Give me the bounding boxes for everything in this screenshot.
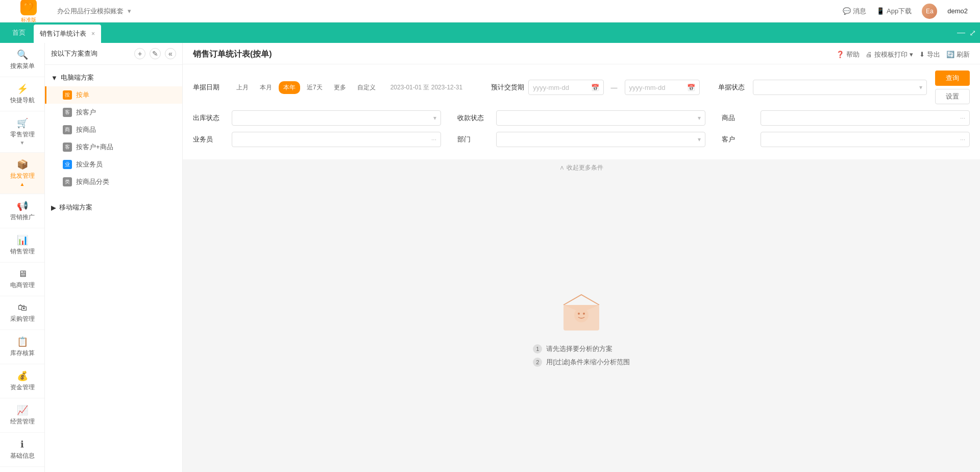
export-label: 导出 [927,50,940,59]
logo-area: 🧡 标准版 [6,0,51,23]
by-product-icon: 商 [63,125,72,134]
operation-icon: 📈 [0,405,44,416]
step-num-2: 2 [533,358,542,367]
print-dropdown-icon: ▾ [910,51,913,58]
sidebar-item-sales[interactable]: 📊 销售管理 [0,228,44,263]
ship-status-dropdown-icon: ▾ [433,114,436,122]
ecommerce-icon: 🖥 [0,269,44,279]
logo-icon: 🧡 [20,0,37,15]
collapse-bar[interactable]: ∧ 收起更多条件 [183,159,980,176]
scheme-item-label-by-order: 按单 [76,90,89,100]
by-customer-icon: 客 [63,108,72,117]
scheme-item-by-order[interactable]: 按 按单 [45,86,182,104]
template-print-label: 按模板打印 [874,50,908,59]
date-tab-last-7days[interactable]: 近7天 [302,81,327,94]
scheme-item-by-salesperson[interactable]: 业 按业务员 [45,156,182,173]
marketing-icon: 📢 [0,200,44,211]
wholesale-icon: 📦 [0,159,44,170]
help-btn[interactable]: ❓ 帮助 [836,50,860,59]
sidebar-item-ecommerce[interactable]: 🖥 电商管理 [0,263,44,296]
print-icon: 🖨 [866,51,872,58]
tab-home[interactable]: 首页 [4,22,34,43]
expected-date-start[interactable]: yyyy-mm-dd 📅 [528,80,603,95]
date-tab-this-month[interactable]: 本月 [255,81,277,94]
salesperson-more-icon: ··· [431,136,436,143]
edit-scheme-btn[interactable]: ✎ [150,48,161,59]
left-panel-header: 按以下方案查询 + ✎ « [45,43,182,65]
sidebar-label-finance: 资金管理 [0,383,44,392]
customer-select[interactable]: ··· [761,132,970,147]
sidebar-item-finance[interactable]: 💰 资金管理 [0,364,44,398]
refresh-btn[interactable]: 🔄 刷新 [946,50,970,59]
sidebar-item-purchase[interactable]: 🛍 采购管理 [0,296,44,330]
collapse-icon: ∧ [559,164,566,171]
product-select[interactable]: ··· [761,110,970,126]
status-select[interactable]: ▾ [753,80,927,95]
sidebar-item-inventory[interactable]: 📋 库存核算 [0,330,44,364]
date-tab-last-month[interactable]: 上月 [232,81,253,94]
dropdown-icon[interactable]: ▾ [128,7,131,15]
department-dropdown-icon: ▾ [698,136,701,143]
inventory-icon: 📋 [0,336,44,347]
sidebar-item-search-menu[interactable]: 🔍 搜索菜单 [0,43,44,77]
expected-date-start-placeholder: yyyy-mm-dd [533,84,591,91]
setting-btn[interactable]: 设置 [935,89,970,104]
sidebar-item-operation[interactable]: 📈 经营管理 [0,398,44,433]
pc-scheme-category[interactable]: ▼ 电脑端方案 [45,69,182,86]
export-btn[interactable]: ⬇ 导出 [919,50,940,59]
purchase-icon: 🛍 [0,302,44,313]
receipt-status-select[interactable]: ▾ [496,110,705,126]
sidebar-label-inventory: 库存核算 [0,349,44,358]
salesperson-select[interactable]: ··· [232,132,441,147]
scheme-item-label-by-customer-product: 按客户+商品 [76,143,113,152]
avatar[interactable]: Ea [922,4,937,19]
sidebar-item-basic-info[interactable]: ℹ 基础信息 [0,433,44,467]
customer-more-icon: ··· [960,136,965,143]
sales-icon: 📊 [0,234,44,246]
mobile-scheme-category[interactable]: ▶ 移动端方案 [45,199,182,216]
scheme-item-label-by-customer: 按客户 [76,108,96,117]
sidebar-item-quick-nav[interactable]: ⚡ 快捷导航 [0,77,44,111]
collapse-panel-btn[interactable]: « [165,48,176,59]
query-btn[interactable]: 查询 [935,70,970,86]
sidebar-item-wholesale[interactable]: 📦 批发管理 ▲ [0,153,44,194]
sidebar-item-marketing[interactable]: 📢 营销推广 [0,194,44,228]
product-more-icon: ··· [960,114,965,122]
status-label: 单据状态 [718,83,749,92]
minimize-btn[interactable]: — [957,28,965,37]
page-actions: ❓ 帮助 🖨 按模板打印 ▾ ⬇ 导出 🔄 [836,50,970,59]
scheme-item-by-category[interactable]: 类 按商品分类 [45,173,182,191]
template-print-btn[interactable]: 🖨 按模板打印 ▾ [866,50,913,59]
sidebar-label-ecommerce: 电商管理 [0,281,44,290]
scheme-item-by-customer-product[interactable]: 客 按客户+商品 [45,138,182,156]
sidebar-item-system[interactable]: ⚙ 系统管理 [0,467,44,472]
date-tab-more[interactable]: 更多 [329,81,351,94]
scheme-item-by-customer[interactable]: 客 按客户 [45,104,182,121]
sidebar-item-retail[interactable]: 🛒 零售管理 ▼ [0,111,44,153]
search-icon: 🔍 [0,49,44,60]
by-category-icon: 类 [63,177,72,186]
basic-info-icon: ℹ [0,439,44,450]
refresh-label: 刷新 [957,50,970,59]
filter-row-1: 单据日期 上月 本月 本年 近7天 更多 自定义 2023-01-01 至 20… [193,70,970,104]
customer-label: 客户 [722,135,752,144]
add-scheme-btn[interactable]: + [134,48,145,59]
ship-status-select[interactable]: ▾ [232,110,441,126]
status-dropdown-icon: ▾ [919,84,922,91]
salesperson-label: 业务员 [193,135,224,144]
sidebar: 🔍 搜索菜单 ⚡ 快捷导航 🛒 零售管理 ▼ 📦 批发管理 ▲ 📢 营销推广 📊… [0,43,45,472]
tab-active[interactable]: 销售订单统计表 × [34,25,101,43]
department-select[interactable]: ▾ [496,132,705,147]
maximize-btn[interactable]: ⤢ [969,28,976,38]
message-btn[interactable]: 💬 消息 [843,7,866,16]
tab-close-btn[interactable]: × [91,30,95,37]
scheme-item-by-product[interactable]: 商 按商品 [45,121,182,138]
pc-scheme-section: ▼ 电脑端方案 按 按单 客 按客户 商 按商品 客 按客户+商品 [45,65,182,195]
app-download-btn[interactable]: 📱 App下载 [876,7,912,16]
query-btn-area: 查询 设置 [935,70,970,104]
expected-date-end[interactable]: yyyy-mm-dd 📅 [625,80,700,95]
date-tab-custom[interactable]: 自定义 [353,81,380,94]
export-icon: ⬇ [919,51,925,58]
date-tab-this-year[interactable]: 本年 [279,81,300,94]
step-1-text: 请先选择要分析的方案 [546,344,612,353]
